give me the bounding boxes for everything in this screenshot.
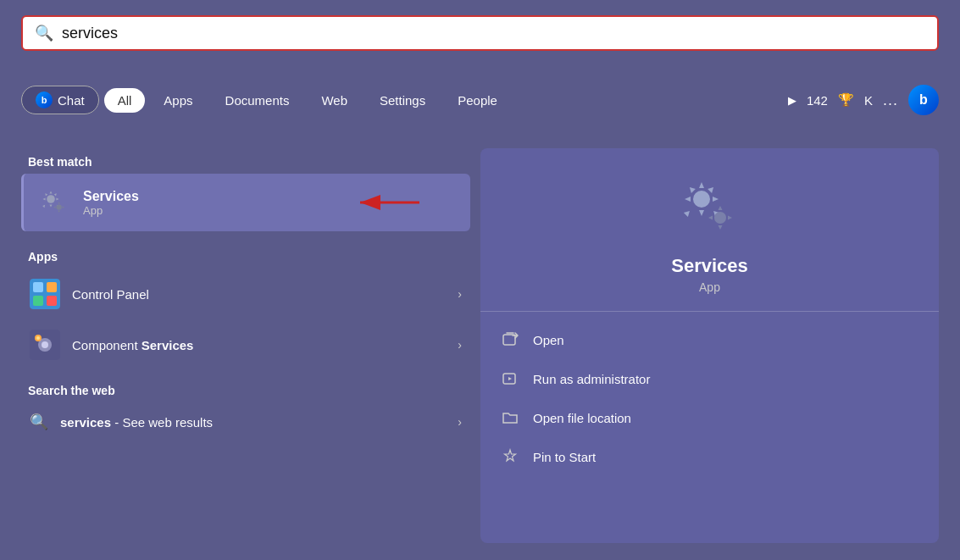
tab-count: 142	[807, 93, 828, 108]
control-panel-icon	[30, 279, 60, 309]
search-bar: 🔍	[21, 15, 939, 51]
open-file-location-label: Open file location	[533, 411, 631, 425]
tab-more-button[interactable]: ...	[883, 91, 898, 109]
run-as-admin-label: Run as administrator	[533, 372, 650, 386]
component-services-chevron: ›	[458, 338, 462, 352]
svg-point-14	[714, 212, 726, 224]
best-match-text: Services App	[83, 189, 139, 217]
tab-documents-label: Documents	[225, 93, 290, 108]
tab-k-label: K	[864, 93, 873, 108]
best-match-subtitle: App	[83, 204, 139, 217]
tab-apps[interactable]: Apps	[150, 88, 206, 113]
search-icon: 🔍	[35, 24, 53, 42]
tabs-right: ▶ 142 🏆 K ... b	[788, 85, 939, 115]
tab-all-label: All	[118, 93, 132, 108]
svg-point-0	[47, 195, 55, 203]
red-arrow-annotation	[352, 186, 428, 219]
action-run-as-admin[interactable]: Run as administrator	[497, 359, 922, 398]
svg-rect-15	[503, 335, 515, 345]
apps-section-label: Apps	[21, 243, 470, 269]
tabs-row: b Chat All Apps Documents Web Settings P…	[21, 85, 939, 115]
control-panel-chevron: ›	[458, 287, 462, 301]
svg-point-12	[36, 336, 40, 340]
svg-rect-6	[33, 296, 43, 306]
tab-web[interactable]: Web	[308, 88, 361, 113]
tab-people-label: People	[458, 93, 497, 108]
svg-point-10	[42, 341, 48, 348]
web-search-label: Search the web	[21, 377, 470, 402]
web-search-chevron: ›	[458, 415, 462, 429]
action-open-file-location[interactable]: Open file location	[497, 398, 922, 437]
app-item-control-panel[interactable]: Control Panel ›	[21, 269, 470, 319]
bing-icon[interactable]: b	[908, 85, 939, 115]
pin-to-start-icon	[501, 447, 519, 466]
tab-play-icon[interactable]: ▶	[788, 94, 796, 107]
app-item-component-services[interactable]: Component Services ›	[21, 319, 470, 370]
control-panel-name: Control Panel	[72, 287, 446, 302]
right-app-name: Services	[671, 255, 748, 277]
best-match-title: Services	[83, 189, 139, 204]
right-app-type: App	[699, 280, 720, 294]
right-panel: Services App Open	[480, 148, 939, 543]
pin-to-start-label: Pin to Start	[533, 450, 596, 464]
tab-people[interactable]: People	[444, 88, 511, 113]
right-panel-top: Services App	[480, 148, 939, 312]
web-search-section: Search the web 🔍 services - See web resu…	[21, 377, 470, 441]
svg-point-1	[56, 204, 61, 209]
run-as-admin-icon	[501, 369, 519, 388]
best-match-label: Best match	[21, 148, 470, 174]
svg-rect-5	[47, 282, 57, 292]
tab-chat[interactable]: b Chat	[21, 86, 99, 114]
open-icon	[501, 330, 519, 349]
tab-apps-label: Apps	[164, 93, 192, 108]
action-pin-to-start[interactable]: Pin to Start	[497, 437, 922, 476]
tab-settings-label: Settings	[380, 93, 425, 108]
content-area: Best match Services App	[21, 148, 939, 543]
apps-section: Apps Control Panel ›	[21, 243, 470, 370]
web-search-text: services - See web results	[60, 415, 446, 430]
bing-chat-icon: b	[36, 91, 53, 108]
search-input[interactable]	[62, 25, 925, 42]
right-services-icon	[676, 174, 744, 241]
tab-all[interactable]: All	[104, 88, 146, 113]
open-file-location-icon	[501, 408, 519, 427]
component-services-icon	[30, 330, 60, 360]
svg-point-13	[693, 191, 710, 208]
tab-documents[interactable]: Documents	[212, 88, 303, 113]
svg-rect-7	[47, 296, 57, 306]
tab-settings[interactable]: Settings	[366, 88, 439, 113]
component-services-name: Component Services	[72, 338, 446, 352]
web-search-icon: 🔍	[30, 413, 48, 431]
tab-web-label: Web	[321, 93, 347, 108]
left-panel: Best match Services App	[21, 148, 470, 543]
services-gear-icon	[37, 186, 71, 219]
action-open[interactable]: Open	[497, 320, 922, 359]
right-panel-actions: Open Run as administrator	[480, 312, 939, 485]
tab-chat-label: Chat	[58, 93, 85, 108]
best-match-item[interactable]: Services App	[21, 174, 470, 231]
web-search-item[interactable]: 🔍 services - See web results ›	[21, 402, 470, 441]
search-container: 🔍	[21, 15, 939, 51]
best-match-section: Best match Services App	[21, 148, 470, 240]
tab-trophy-icon: 🏆	[838, 92, 854, 108]
svg-rect-4	[33, 282, 43, 292]
open-label: Open	[533, 333, 564, 347]
